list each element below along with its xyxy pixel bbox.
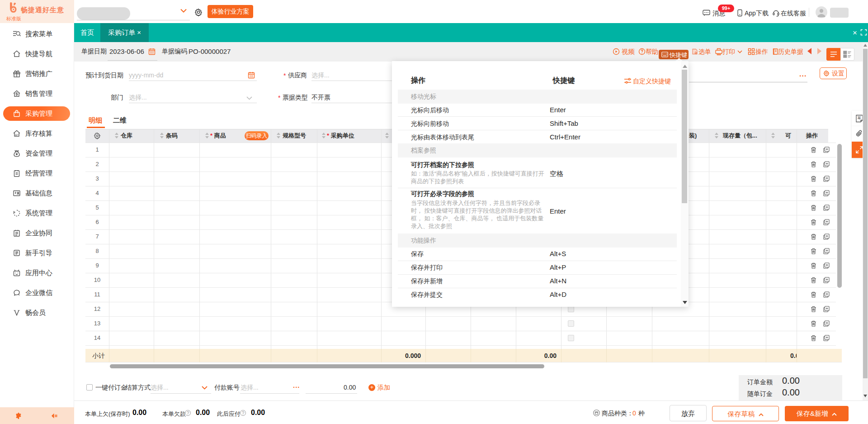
- svg-text:草: 草: [857, 116, 861, 120]
